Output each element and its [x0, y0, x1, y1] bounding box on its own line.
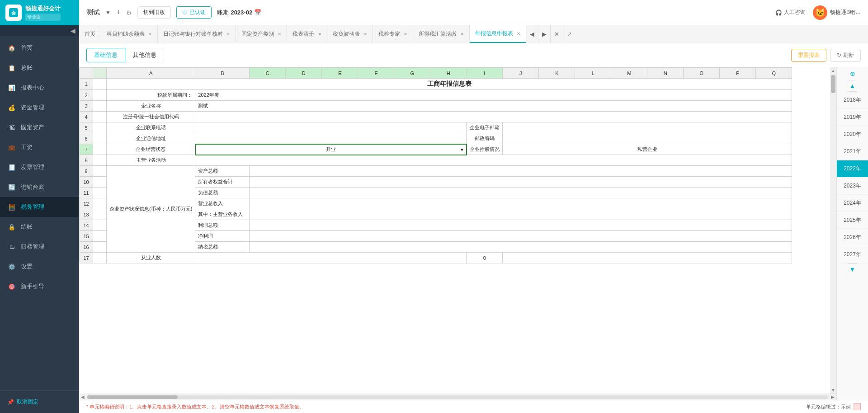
tab-close-icon[interactable]: ✕	[318, 32, 321, 37]
cell-17-J[interactable]: 0	[467, 253, 503, 263]
topbar-dropdown-btn[interactable]: ▼	[105, 9, 111, 16]
tab-home[interactable]: 首页	[79, 25, 101, 43]
horizontal-scrollbar[interactable]: ◀ ▶	[79, 394, 836, 400]
cell-8-A[interactable]: 主营业务活动	[107, 155, 195, 166]
tab-close-icon[interactable]: ✕	[460, 32, 464, 37]
col-header-M[interactable]: M	[611, 68, 647, 79]
cell-13-C[interactable]	[250, 209, 792, 220]
cell-11-B[interactable]: 负债总额	[195, 188, 250, 198]
cell-16-B[interactable]: 纳税总额	[195, 242, 250, 253]
col-header-L[interactable]: L	[575, 68, 611, 79]
cell-14-B[interactable]: 利润总额	[195, 220, 250, 231]
cell-7-A[interactable]: 企业经营状态	[107, 144, 195, 155]
cell-5-B[interactable]	[195, 122, 467, 133]
tab-income-tax[interactable]: 所得税汇算清缴 ✕	[413, 25, 470, 43]
cell-6-A[interactable]: 企业通信地址	[107, 133, 195, 144]
year-item-2021[interactable]: 2021年	[837, 143, 868, 160]
col-header-H[interactable]: H	[430, 68, 467, 79]
cell-17-K[interactable]	[503, 253, 792, 263]
sidebar-item-ledger[interactable]: 📋 总账	[0, 58, 79, 78]
sidebar-item-tax[interactable]: 🧮 税务管理	[0, 197, 79, 217]
tab-close-all-btn[interactable]: ✕	[551, 25, 563, 43]
tab-annual-report[interactable]: 年报信息申报表 ✕	[470, 25, 526, 43]
calendar-icon[interactable]: 📅	[254, 9, 261, 16]
scroll-right-btn[interactable]: ▶	[829, 394, 836, 399]
cell-4-0[interactable]	[93, 112, 107, 122]
cell-5-J[interactable]: 企业电子邮箱	[467, 122, 503, 133]
pin-button[interactable]: 📌 取消固定	[7, 394, 72, 409]
col-header-F[interactable]: F	[358, 68, 394, 79]
cell-title[interactable]: 工商年报信息表	[107, 79, 792, 90]
tab-tax-expert[interactable]: 税检专家 ✕	[373, 25, 413, 43]
cell-7-B-dropdown[interactable]: 开业 ▼	[195, 144, 467, 155]
cell-15-C[interactable]	[250, 231, 792, 242]
sheet-inner[interactable]: A B C D E F G H I J	[79, 67, 830, 394]
tab-prev-btn[interactable]: ◀	[526, 25, 538, 43]
cell-17-B[interactable]	[195, 253, 467, 263]
year-item-2022[interactable]: 2022年	[837, 160, 868, 178]
scroll-left-btn[interactable]: ◀	[79, 394, 86, 399]
cell-5-A[interactable]: 企业联系电话	[107, 122, 195, 133]
col-header-G[interactable]: G	[394, 68, 430, 79]
sidebar-item-salary[interactable]: 💼 工资	[0, 137, 79, 157]
year-item-2026[interactable]: 2026年	[837, 229, 868, 246]
cell-1-0[interactable]	[93, 79, 107, 90]
year-item-2024[interactable]: 2024年	[837, 195, 868, 212]
sidebar-item-settings[interactable]: ⚙️ 设置	[0, 257, 79, 277]
year-scroll-up-btn[interactable]: ⊕	[848, 67, 857, 80]
cell-7-J[interactable]: 企业控股情况	[467, 144, 503, 155]
refresh-btn[interactable]: ↻ 刷新	[830, 49, 861, 62]
scroll-up-btn[interactable]: ▲	[830, 67, 836, 74]
cell-9-B[interactable]: 资产总额	[195, 166, 250, 177]
sidebar-item-guide[interactable]: 🎯 新手引导	[0, 277, 79, 296]
sidebar-item-home[interactable]: 🏠 首页	[0, 38, 79, 58]
tab-auxiliary-balance[interactable]: 科目辅助余额表 ✕	[101, 25, 158, 43]
tab-close-icon[interactable]: ✕	[517, 31, 520, 36]
user-menu[interactable]: 🐱 畅捷通B组…	[813, 5, 861, 20]
sidebar-item-purchase[interactable]: 🔄 进销台账	[0, 177, 79, 197]
year-item-2020[interactable]: 2020年	[837, 126, 868, 143]
tab-bank-reconcile[interactable]: 日记账与银行对账单核对 ✕	[158, 25, 236, 43]
cell-6-J[interactable]: 邮政编码	[467, 133, 503, 144]
cell-13-0[interactable]	[93, 209, 107, 220]
vertical-scrollbar[interactable]: ▲ ▼	[830, 67, 836, 394]
cell-5-K[interactable]	[503, 122, 792, 133]
tab-close-icon[interactable]: ✕	[404, 32, 407, 37]
cell-8-0[interactable]	[93, 155, 107, 166]
cell-11-0[interactable]	[93, 188, 107, 198]
cell-15-B[interactable]: 净利润	[195, 231, 250, 242]
year-down-btn[interactable]: ▼	[848, 263, 858, 275]
sub-tab-basic[interactable]: 基础信息	[86, 48, 125, 62]
cell-14-0[interactable]	[93, 220, 107, 231]
sub-tab-other[interactable]: 其他信息	[125, 48, 164, 62]
sidebar-item-report[interactable]: 📊 报表中心	[0, 78, 79, 98]
col-header-K[interactable]: K	[539, 68, 575, 79]
cell-17-A[interactable]: 从业人数	[107, 253, 195, 263]
cell-16-C[interactable]	[250, 242, 792, 253]
scroll-thumb[interactable]	[831, 75, 835, 93]
cell-4-A[interactable]: 注册号/统一社会信用代码	[107, 112, 195, 122]
cell-10-C[interactable]	[250, 177, 792, 188]
cell-12-0[interactable]	[93, 198, 107, 209]
h-scroll-thumb[interactable]	[87, 395, 178, 399]
year-item-2023[interactable]: 2023年	[837, 178, 868, 195]
year-item-2018[interactable]: 2018年	[837, 92, 868, 109]
cell-7-K[interactable]: 私营企业	[503, 144, 792, 155]
tab-close-icon[interactable]: ✕	[148, 32, 152, 37]
col-header-A[interactable]: A	[107, 68, 195, 79]
cell-4-B[interactable]	[195, 112, 792, 122]
col-header-J[interactable]: J	[503, 68, 539, 79]
cell-6-0[interactable]	[93, 133, 107, 144]
reset-btn[interactable]: 重置报表	[791, 49, 826, 62]
col-header-P[interactable]: P	[720, 68, 756, 79]
cell-2-A[interactable]: 税款所属期间：	[107, 90, 195, 101]
verified-btn[interactable]: 🛡 已认证	[176, 6, 212, 19]
year-item-2025[interactable]: 2025年	[837, 212, 868, 229]
topbar-add-btn[interactable]: +	[116, 8, 121, 17]
cell-3-B[interactable]: 测试	[195, 101, 792, 112]
switch-old-btn[interactable]: 切到旧版	[137, 6, 171, 19]
cell-16-0[interactable]	[93, 242, 107, 253]
cell-9-0[interactable]	[93, 166, 107, 177]
col-header-Q[interactable]: Q	[756, 68, 792, 79]
col-header-rownum[interactable]	[93, 68, 107, 79]
